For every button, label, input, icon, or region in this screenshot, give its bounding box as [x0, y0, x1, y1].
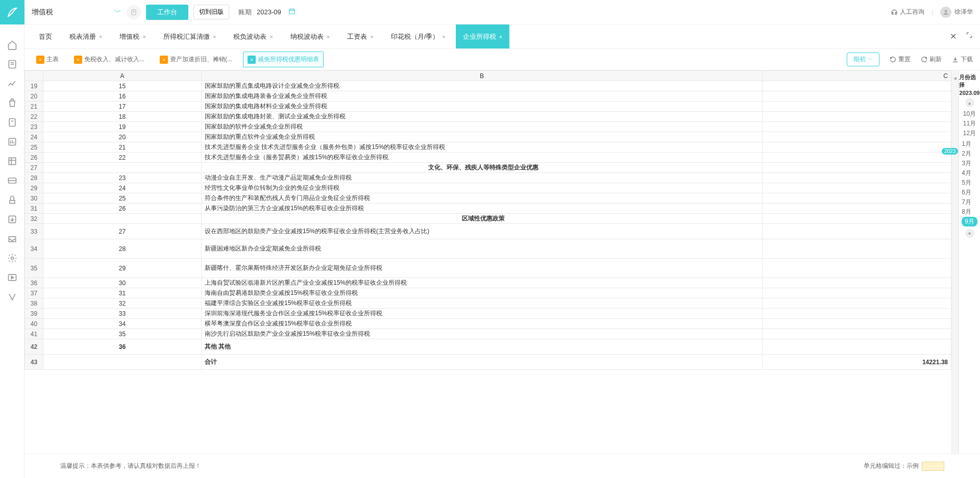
cell-c[interactable]: [763, 319, 951, 329]
cell-c[interactable]: [763, 102, 951, 112]
sheet-tab[interactable]: ≡免税收入、减计收入...: [69, 52, 149, 67]
month-item[interactable]: 4月: [962, 168, 977, 178]
cell-c[interactable]: [763, 112, 951, 122]
cell-b[interactable]: 南沙先行启动区鼓励类产业企业减按15%税率征收企业所得税: [202, 329, 763, 339]
column-header-a[interactable]: A: [43, 71, 202, 81]
cell-a[interactable]: 30: [43, 278, 202, 288]
month-item[interactable]: 6月: [962, 188, 977, 197]
row-number[interactable]: 40: [25, 319, 43, 329]
row-number[interactable]: 20: [25, 91, 43, 102]
row-number[interactable]: 38: [25, 298, 43, 309]
scroll-up-icon[interactable]: ▴: [965, 98, 974, 107]
tab-企业所得税[interactable]: 企业所得税×: [456, 24, 509, 48]
switch-old-button[interactable]: 切到旧版: [193, 5, 229, 19]
book-icon[interactable]: [7, 59, 17, 69]
row-number[interactable]: 25: [25, 142, 43, 153]
cell-c[interactable]: [763, 153, 951, 163]
cell-b[interactable]: 海南自由贸易港鼓励类企业减按15%税率征收企业所得税: [202, 288, 763, 298]
cell-c[interactable]: [763, 309, 951, 319]
cell-c[interactable]: [763, 122, 951, 132]
cell-a[interactable]: 19: [43, 122, 202, 132]
cell-a[interactable]: 18: [43, 112, 202, 122]
sheet-tab[interactable]: ≡资产加速折旧、摊销(...: [155, 52, 237, 67]
cell-b[interactable]: 符合条件的生产和装配伤残人员专门用品企业免征企业所得税: [202, 193, 763, 204]
inbox-icon[interactable]: [7, 234, 17, 244]
cell-b[interactable]: 福建平潭综合实验区企业减按15%税率征收企业所得税: [202, 298, 763, 309]
sheet-tab[interactable]: ≡减免所得税优惠明细表: [243, 52, 324, 67]
close-icon[interactable]: ×: [442, 34, 445, 40]
app-logo[interactable]: [0, 0, 24, 24]
cell-c[interactable]: [763, 259, 951, 278]
close-tab-icon[interactable]: ✕: [950, 32, 957, 41]
row-number[interactable]: 36: [25, 278, 43, 288]
bag-icon[interactable]: [7, 98, 17, 108]
cell-a[interactable]: 15: [43, 81, 202, 91]
close-icon[interactable]: ×: [499, 34, 502, 40]
workbench-button[interactable]: 工作台: [146, 5, 188, 20]
cell-a[interactable]: 26: [43, 204, 202, 214]
row-number[interactable]: 42: [25, 339, 43, 355]
cell-b[interactable]: 新疆喀什、霍尔果斯特殊经济开发区新办企业定期免征企业所得税: [202, 259, 763, 278]
scroll-down-icon[interactable]: ▾: [965, 229, 974, 238]
period-init-button[interactable]: 期初 ﹀: [847, 53, 879, 66]
cell-c[interactable]: [763, 214, 951, 224]
consult-link[interactable]: 人工咨询: [891, 8, 924, 16]
cell-a[interactable]: 20: [43, 132, 202, 142]
row-number[interactable]: 37: [25, 288, 43, 298]
row-number[interactable]: 39: [25, 309, 43, 319]
cell-b[interactable]: 国家鼓励的集成电路材料企业减免企业所得税: [202, 102, 763, 112]
tab-税表清册[interactable]: 税表清册×: [62, 24, 109, 48]
cell-a[interactable]: 22: [43, 153, 202, 163]
cell-c[interactable]: [763, 81, 951, 91]
hand-icon[interactable]: [7, 195, 17, 205]
row-number[interactable]: 27: [25, 163, 43, 173]
tab-所得税汇算清缴[interactable]: 所得税汇算清缴×: [156, 24, 223, 48]
cell-a[interactable]: 24: [43, 183, 202, 193]
cell-c[interactable]: [763, 132, 951, 142]
month-item[interactable]: 1月: [962, 139, 977, 149]
month-item[interactable]: 10月: [963, 109, 976, 119]
cell-b[interactable]: 设在西部地区的鼓励类产业企业减按15%的税率征收企业所得税(主营业务收入占比): [202, 224, 763, 239]
cell-a[interactable]: [43, 355, 202, 370]
cell-a[interactable]: 34: [43, 319, 202, 329]
cell-b[interactable]: 国家鼓励的集成电路封装、测试企业减免企业所得税: [202, 112, 763, 122]
month-item[interactable]: 12月: [963, 129, 976, 138]
reset-button[interactable]: 重置: [890, 55, 911, 64]
cell-a[interactable]: 27: [43, 224, 202, 239]
cell-a[interactable]: 16: [43, 91, 202, 102]
tax-type-selector[interactable]: 增值税 ﹀: [32, 8, 121, 17]
expand-icon[interactable]: [966, 32, 973, 41]
close-icon[interactable]: ×: [270, 34, 273, 40]
close-icon[interactable]: ×: [142, 34, 145, 40]
cell-c[interactable]: [763, 91, 951, 102]
row-number[interactable]: 31: [25, 204, 43, 214]
corner-cell[interactable]: [25, 71, 43, 81]
cell-c[interactable]: [763, 298, 951, 309]
row-number[interactable]: 30: [25, 193, 43, 204]
calendar-icon[interactable]: [288, 8, 296, 16]
cell-c[interactable]: [763, 193, 951, 204]
row-number[interactable]: 21: [25, 102, 43, 112]
cell-b[interactable]: 国家鼓励的软件企业减免企业所得税: [202, 122, 763, 132]
cell-c[interactable]: [763, 239, 951, 259]
cell-a[interactable]: 31: [43, 288, 202, 298]
cell-a[interactable]: 35: [43, 329, 202, 339]
column-header-c[interactable]: C: [763, 71, 951, 81]
v-icon[interactable]: [7, 292, 17, 302]
row-number[interactable]: 41: [25, 329, 43, 339]
cell-b[interactable]: 技术先进型服务企业（服务贸易类）减按15%的税率征收企业所得税: [202, 153, 763, 163]
cell-b[interactable]: 国家鼓励的重点软件企业减免企业所得税: [202, 132, 763, 142]
export-icon[interactable]: [7, 214, 17, 224]
doc-icon[interactable]: [127, 5, 141, 19]
tab-纳税波动表[interactable]: 纳税波动表×: [283, 24, 337, 48]
cell-b[interactable]: 上海自贸试验区临港新片区的重点产业企业减按15%的税率征收企业所得税: [202, 278, 763, 288]
cell-a[interactable]: 25: [43, 193, 202, 204]
row-number[interactable]: 29: [25, 183, 43, 193]
cell-a[interactable]: 28: [43, 239, 202, 259]
cell-b[interactable]: 深圳前海深港现代服务业合作区企业减按15%税率征收企业所得税: [202, 309, 763, 319]
cell-a[interactable]: 21: [43, 142, 202, 153]
cell-a[interactable]: 36: [43, 339, 202, 355]
refresh-button[interactable]: 刷新: [921, 55, 942, 64]
close-icon[interactable]: ×: [327, 34, 330, 40]
download-button[interactable]: 下载: [952, 55, 973, 64]
